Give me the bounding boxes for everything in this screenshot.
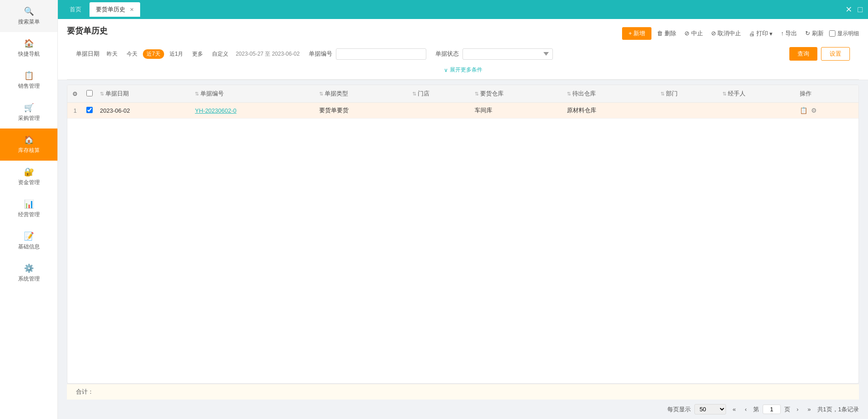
print-button[interactable]: 🖨 打印 ▾ [746, 28, 775, 39]
sidebar-item-label: 经营管理 [18, 211, 40, 219]
col-pending-warehouse[interactable]: 待出仓库 [563, 85, 656, 103]
col-req-warehouse[interactable]: 要货仓库 [471, 85, 563, 103]
date-buttons: 昨天 今天 近7天 近1月 更多 自定义 [103, 49, 232, 59]
requisition-table: ⚙ 单据日期 单据编号 单据类型 门店 要货仓库 待出仓库 部门 经手人 操作 [67, 85, 859, 119]
date-range-display: 2023-05-27 至 2023-06-02 [236, 50, 299, 58]
last-page-btn[interactable]: » [805, 405, 813, 414]
cancel-stop-button[interactable]: ⊘ 取消中止 [708, 28, 744, 39]
finance-icon: 🔐 [24, 167, 34, 177]
first-page-btn[interactable]: « [730, 405, 738, 414]
status-label: 单据状态 [435, 50, 459, 58]
window-restore-icon[interactable]: □ [858, 5, 863, 14]
next-page-btn[interactable]: › [794, 405, 801, 414]
per-page-label: 每页显示 [667, 405, 691, 414]
sidebar-item-inventory[interactable]: 🏠 库存核算 [0, 129, 57, 161]
col-doc-type[interactable]: 单据类型 [316, 85, 409, 103]
top-bar: 首页 要货单历史 ✕ ✕ □ [58, 0, 868, 19]
export-button[interactable]: ↑ 导出 [778, 28, 800, 39]
stop-button[interactable]: ⊘ 中止 [682, 28, 706, 39]
row-doc-type: 要货单要货 [316, 103, 409, 119]
date-btn-custom[interactable]: 自定义 [208, 49, 232, 59]
row-req-warehouse: 车间库 [471, 103, 563, 119]
basic-info-icon: 📝 [24, 231, 34, 241]
new-button[interactable]: + 新增 [622, 27, 651, 40]
page-suffix-label: 页 [784, 405, 790, 414]
refresh-button[interactable]: ↻ 刷新 [802, 28, 826, 39]
home-icon: 🏠 [24, 38, 34, 48]
sidebar-item-search-menu[interactable]: 🔍 搜索菜单 [0, 0, 57, 32]
tab-requisition-history[interactable]: 要货单历史 ✕ [90, 2, 140, 17]
sidebar-item-sys[interactable]: ⚙️ 系统管理 [0, 257, 57, 289]
row-doc-date: 2023-06-02 [96, 103, 191, 119]
col-doc-number[interactable]: 单据编号 [191, 85, 316, 103]
row-pending-warehouse: 原材料仓库 [563, 103, 656, 119]
per-page-select[interactable]: 50 10 20 100 [694, 404, 726, 414]
sidebar-item-label: 销售管理 [18, 82, 40, 90]
row-doc-number[interactable]: YH-20230602-0 [191, 103, 316, 119]
content-area: 要货单历史 + 新增 🗑 删除 ⊘ 中止 ⊘ 取消中止 🖨 打印 ▾ ↑ 导出 … [58, 19, 868, 419]
print-label: 打印 [756, 29, 768, 38]
table-row: 1 2023-06-02 YH-20230602-0 要货单要货 车间库 原材料… [67, 103, 859, 119]
show-detail-label: 显示明细 [837, 30, 859, 38]
page-prefix-label: 第 [753, 405, 759, 414]
tab-requisition-label: 要货单历史 [96, 5, 125, 14]
row-more-icon[interactable]: ⚙ [811, 107, 817, 114]
page-title: 要货单历史 [67, 25, 108, 36]
sidebar-item-purchase[interactable]: 🛒 采购管理 [0, 96, 57, 129]
filter-row-1: 单据日期 昨天 今天 近7天 近1月 更多 自定义 2023-05-27 至 2… [76, 47, 850, 61]
row-dept [657, 103, 719, 119]
date-filter-label: 单据日期 [76, 50, 99, 58]
pagination-bar: 每页显示 50 10 20 100 « ‹ 第 页 › » 共1页，1条记录 [58, 400, 868, 419]
query-button[interactable]: 查询 [789, 47, 817, 61]
sidebar-item-ops[interactable]: 📊 经营管理 [0, 193, 57, 225]
date-btn-1month[interactable]: 近1月 [166, 49, 187, 59]
row-checkbox[interactable] [86, 107, 93, 113]
page-header: 要货单历史 + 新增 🗑 删除 ⊘ 中止 ⊘ 取消中止 🖨 打印 ▾ ↑ 导出 … [58, 19, 868, 80]
tab-close-icon[interactable]: ✕ [130, 7, 134, 13]
row-handler [719, 103, 796, 119]
date-btn-7days[interactable]: 近7天 [143, 49, 164, 59]
col-checkbox [83, 85, 96, 103]
window-close-icon[interactable]: ✕ [845, 5, 852, 14]
tab-home-label: 首页 [70, 5, 81, 14]
sidebar-item-label: 搜索菜单 [18, 18, 40, 26]
main-area: 首页 要货单历史 ✕ ✕ □ 要货单历史 + 新增 🗑 删除 ⊘ 中止 ⊘ 取消… [58, 0, 868, 419]
date-filter: 单据日期 昨天 今天 近7天 近1月 更多 自定义 2023-05-27 至 2… [76, 49, 300, 59]
sales-icon: 📋 [24, 71, 34, 81]
date-btn-today[interactable]: 今天 [123, 49, 141, 59]
summary-label: 合计： [76, 388, 94, 396]
print-icon: 🖨 [749, 30, 755, 37]
row-actions: 📋 ⚙ [796, 103, 859, 119]
row-edit-icon[interactable]: 📋 [800, 107, 807, 114]
sidebar-item-label: 资金管理 [18, 179, 40, 186]
table-body: 1 2023-06-02 YH-20230602-0 要货单要货 车间库 原材料… [67, 103, 859, 119]
sidebar-item-basic-info[interactable]: 📝 基础信息 [0, 225, 57, 257]
prev-page-btn[interactable]: ‹ [742, 405, 750, 414]
show-detail-checkbox[interactable] [829, 30, 835, 37]
col-settings[interactable]: ⚙ [67, 85, 83, 103]
date-btn-yesterday[interactable]: 昨天 [103, 49, 121, 59]
sys-icon: ⚙️ [24, 263, 34, 273]
col-doc-date[interactable]: 单据日期 [96, 85, 191, 103]
col-dept[interactable]: 部门 [657, 85, 719, 103]
show-detail-checkbox-area[interactable]: 显示明细 [829, 30, 859, 38]
delete-button[interactable]: 🗑 删除 [654, 28, 679, 39]
doc-number-label: 单据编号 [309, 50, 332, 58]
inventory-icon: 🏠 [24, 135, 34, 145]
row-store [409, 103, 471, 119]
sidebar-item-finance[interactable]: 🔐 资金管理 [0, 161, 57, 193]
col-store[interactable]: 门店 [409, 85, 471, 103]
row-num: 1 [67, 103, 83, 119]
current-page-input[interactable] [763, 405, 781, 414]
col-handler[interactable]: 经手人 [719, 85, 796, 103]
doc-number-input[interactable] [336, 48, 426, 60]
date-btn-more[interactable]: 更多 [189, 49, 207, 59]
settings-button[interactable]: 设置 [821, 47, 850, 61]
sidebar-item-sales[interactable]: 📋 销售管理 [0, 64, 57, 96]
sidebar-item-quick-nav[interactable]: 🏠 快捷导航 [0, 32, 57, 64]
expand-more[interactable]: ∨ 展开更多条件 [76, 64, 850, 76]
tab-home[interactable]: 首页 [63, 2, 88, 17]
select-all-checkbox[interactable] [86, 90, 93, 96]
doc-number-filter: 单据编号 [309, 48, 426, 60]
status-select[interactable] [462, 48, 553, 60]
